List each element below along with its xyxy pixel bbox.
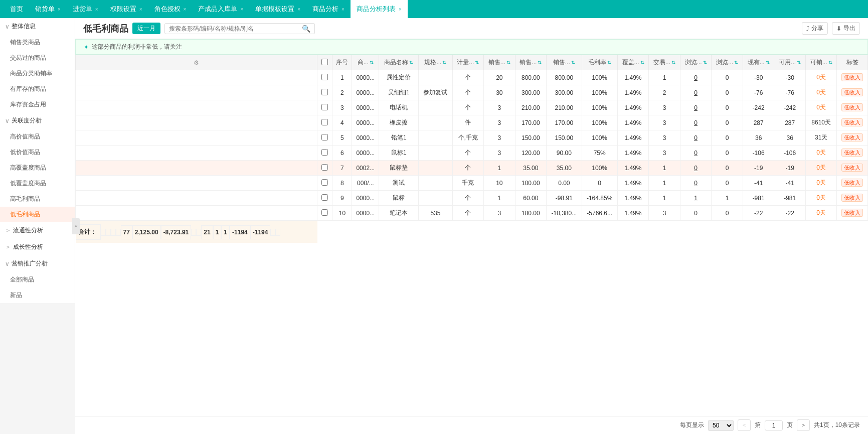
checkbox-cell[interactable] (317, 85, 332, 100)
available-column-header[interactable]: 可用...⇅ (774, 55, 806, 70)
view1-column-header[interactable]: 浏览...⇅ (680, 55, 712, 70)
checkbox-cell[interactable] (317, 191, 332, 206)
unit-column-header[interactable]: 计量...⇅ (452, 55, 484, 70)
close-icon[interactable]: × (139, 7, 142, 12)
row-checkbox[interactable] (321, 74, 328, 80)
row-checkbox[interactable] (321, 164, 328, 171)
view2-column-header[interactable]: 浏览...⇅ (712, 55, 743, 70)
select-all-checkbox[interactable] (321, 59, 328, 65)
prev-page-button[interactable]: ＜ (738, 419, 751, 431)
sales1-column-header[interactable]: 销售...⇅ (484, 55, 515, 70)
view1-cell[interactable]: 0 (680, 130, 712, 146)
row-checkbox[interactable] (321, 119, 328, 125)
settings-column-header[interactable]: ⚙ (76, 55, 317, 70)
nav-item-permissions[interactable]: 权限设置 × (104, 0, 148, 18)
checkbox-cell[interactable] (317, 176, 332, 191)
sidebar-item-stock-capital[interactable]: 库存资金占用 (0, 97, 75, 112)
coverage-column-header[interactable]: 覆盖...⇅ (617, 55, 649, 70)
view1-link[interactable]: 0 (694, 134, 698, 141)
sidebar-item-low-margin[interactable]: 低毛利商品 (0, 207, 75, 222)
sidebar-group-marketing[interactable]: ∨ 营销推广分析 (0, 255, 75, 272)
nav-item-analysis[interactable]: 商品分析 × (306, 0, 351, 18)
view1-link[interactable]: 0 (694, 165, 698, 172)
sidebar-item-high-coverage[interactable]: 高覆盖度商品 (0, 160, 75, 176)
sidebar-collapse-button[interactable]: « (72, 218, 80, 234)
view1-cell[interactable]: 0 (680, 85, 712, 100)
gross-margin-column-header[interactable]: 毛利率⇅ (582, 55, 617, 70)
sidebar-item-low-coverage[interactable]: 低覆盖度商品 (0, 176, 75, 191)
view1-link[interactable]: 0 (694, 150, 698, 157)
view1-link[interactable]: 0 (694, 180, 698, 187)
view1-link[interactable]: 0 (694, 74, 698, 81)
close-icon[interactable]: × (399, 7, 402, 12)
view1-link[interactable]: 1 (694, 195, 698, 202)
current-column-header[interactable]: 现有...⇅ (743, 55, 774, 70)
sidebar-group-growth[interactable]: ＞ 成长性分析 (0, 239, 75, 255)
checkbox-cell[interactable] (317, 161, 332, 176)
view1-link[interactable]: 0 (694, 119, 698, 126)
code-column-header[interactable]: 商...⇅ (352, 55, 379, 70)
row-checkbox[interactable] (321, 149, 328, 156)
view1-cell[interactable]: 0 (680, 70, 712, 85)
view1-link[interactable]: 0 (694, 104, 698, 111)
sidebar-item-category-rate[interactable]: 商品分类助销率 (0, 66, 75, 81)
close-icon[interactable]: × (240, 7, 243, 12)
name-column-header[interactable]: 商品名称⇅ (379, 55, 419, 70)
export-button[interactable]: ⬇ 导出 (832, 22, 860, 35)
close-icon[interactable]: × (95, 7, 98, 12)
nav-item-roles[interactable]: 角色授权 × (148, 0, 193, 18)
transaction-column-header[interactable]: 交易...⇅ (649, 55, 680, 70)
nav-item-product-in[interactable]: 产成品入库单 × (192, 0, 249, 18)
row-checkbox[interactable] (321, 104, 328, 110)
settings-icon[interactable]: ⚙ (194, 59, 199, 66)
checkbox-column-header[interactable] (317, 55, 332, 70)
page-size-select[interactable]: 50 100 (708, 420, 734, 431)
sales3-column-header[interactable]: 销售...⇅ (547, 55, 582, 70)
salable-column-header[interactable]: 可销...⇅ (805, 55, 837, 70)
nav-item-home[interactable]: 首页 (4, 0, 29, 18)
sales2-column-header[interactable]: 销售...⇅ (515, 55, 547, 70)
row-checkbox[interactable] (321, 134, 328, 140)
checkbox-cell[interactable] (317, 100, 332, 115)
nav-item-analysis-list[interactable]: 商品分析列表 × (351, 0, 408, 18)
close-icon[interactable]: × (184, 7, 187, 12)
sidebar-group-association[interactable]: ∨ 关联度分析 (0, 112, 75, 129)
checkbox-cell[interactable] (317, 130, 332, 146)
close-icon[interactable]: × (297, 7, 300, 12)
close-icon[interactable]: × (341, 7, 344, 12)
row-checkbox[interactable] (321, 209, 328, 216)
sidebar-group-overall[interactable]: ∨ 整体信息 (0, 18, 75, 35)
view1-cell[interactable]: 1 (680, 191, 712, 206)
view1-cell[interactable]: 0 (680, 161, 712, 176)
view1-cell[interactable]: 0 (680, 146, 712, 161)
view1-link[interactable]: 0 (694, 89, 698, 96)
checkbox-cell[interactable] (317, 115, 332, 130)
nav-item-template[interactable]: 单据模板设置 × (249, 0, 306, 18)
sidebar-item-all-products[interactable]: 全部商品 (0, 272, 75, 287)
share-button[interactable]: ⤴ 分享 (802, 22, 828, 35)
filter-button[interactable]: 近一月 (132, 23, 160, 34)
sidebar-item-traded-products[interactable]: 交易过的商品 (0, 50, 75, 66)
view1-cell[interactable]: 0 (680, 115, 712, 130)
checkbox-cell[interactable] (317, 70, 332, 85)
page-number-input[interactable] (765, 420, 783, 430)
sidebar-item-low-value[interactable]: 低价值商品 (0, 144, 75, 160)
view1-cell[interactable]: 0 (680, 100, 712, 115)
search-input[interactable] (169, 25, 302, 32)
sidebar-item-stock-products[interactable]: 有库存的商品 (0, 81, 75, 97)
sidebar-item-high-margin[interactable]: 高毛利商品 (0, 191, 75, 207)
close-icon[interactable]: × (58, 7, 61, 12)
nav-item-sales[interactable]: 销货单 × (29, 0, 67, 18)
view1-link[interactable]: 0 (694, 210, 698, 217)
row-checkbox[interactable] (321, 194, 328, 201)
checkbox-cell[interactable] (317, 146, 332, 161)
row-checkbox[interactable] (321, 89, 328, 95)
sidebar-item-high-value[interactable]: 高价值商品 (0, 129, 75, 144)
view1-cell[interactable]: 0 (680, 176, 712, 191)
row-checkbox[interactable] (321, 179, 328, 186)
sidebar-group-liquidity[interactable]: ＞ 流通性分析 (0, 222, 75, 239)
checkbox-cell[interactable] (317, 206, 332, 221)
sidebar-item-new-products[interactable]: 新品 (0, 287, 75, 303)
sidebar-item-sales-products[interactable]: 销售类商品 (0, 35, 75, 50)
view1-cell[interactable]: 0 (680, 206, 712, 221)
